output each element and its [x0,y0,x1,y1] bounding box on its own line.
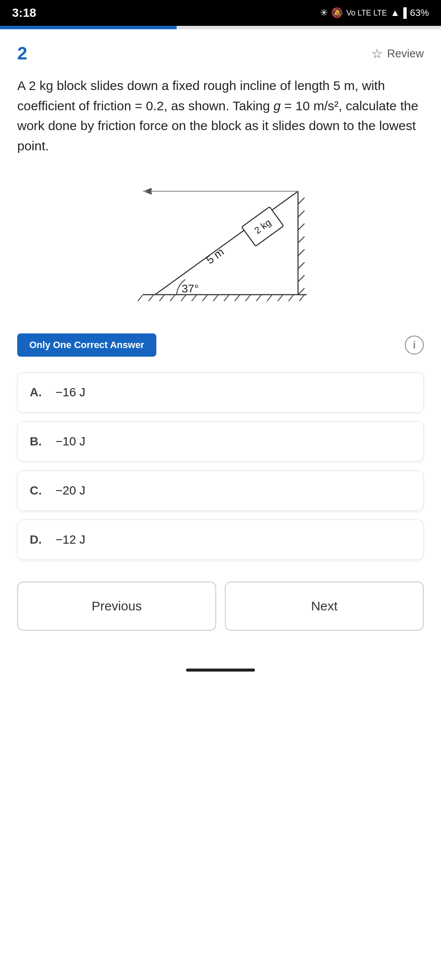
svg-line-20 [298,224,304,230]
mute-icon: 🔕 [331,7,343,19]
option-d[interactable]: D. −12 J [17,520,424,560]
svg-line-5 [181,295,186,301]
option-d-value: −12 J [56,533,85,547]
svg-line-13 [267,295,272,301]
svg-line-22 [298,249,304,256]
svg-line-2 [149,295,154,301]
battery-icon: ▌63% [403,7,429,19]
question-number: 2 [17,43,27,64]
svg-line-15 [289,295,294,301]
svg-line-25 [298,288,304,295]
option-c[interactable]: C. −20 J [17,470,424,511]
previous-button[interactable]: Previous [17,582,216,631]
info-icon-label: i [413,339,416,351]
svg-line-24 [298,275,304,282]
svg-line-10 [235,295,240,301]
svg-line-3 [159,295,165,301]
svg-line-12 [256,295,261,301]
review-label: Review [387,47,424,60]
option-d-label: D. [30,533,56,547]
options-list: A. −16 J B. −10 J C. −20 J D. −12 J [17,372,424,560]
svg-line-9 [224,295,229,301]
svg-line-26 [155,191,298,295]
diagram-container: 37° 2 kg 5 m [17,170,424,316]
star-icon: ☆ [371,46,383,61]
option-b-label: B. [30,435,56,448]
svg-line-4 [170,295,175,301]
option-c-label: C. [30,484,56,498]
info-icon[interactable]: i [405,336,424,355]
option-b-value: −10 J [56,435,85,448]
progress-bar-fill [0,26,177,29]
main-content: 2 ☆ Review A 2 kg block slides down a fi… [0,29,441,662]
review-button[interactable]: ☆ Review [371,46,424,61]
incline-diagram: 37° 2 kg 5 m [130,170,311,316]
option-b[interactable]: B. −10 J [17,421,424,462]
svg-line-1 [138,295,143,301]
option-a[interactable]: A. −16 J [17,372,424,413]
svg-line-6 [192,295,197,301]
home-bar [186,669,255,672]
svg-text:5 m: 5 m [204,245,227,267]
signal-lte-icon: Vo LTE LTE [346,9,387,18]
svg-line-19 [298,211,304,217]
svg-line-14 [278,295,283,301]
option-a-value: −16 J [56,386,85,399]
svg-line-23 [298,262,304,269]
status-time: 3:18 [12,6,36,20]
next-button[interactable]: Next [225,582,424,631]
signal-strength-icon: ▲ [391,7,400,19]
home-indicator [0,662,441,676]
option-a-label: A. [30,386,56,399]
question-text: A 2 kg block slides down a fixed rough i… [17,76,424,156]
progress-bar-container [0,26,441,29]
svg-line-16 [299,295,304,301]
option-c-value: −20 J [56,484,85,498]
question-header: 2 ☆ Review [17,43,424,64]
status-bar: 3:18 ✳ 🔕 Vo LTE LTE ▲ ▌63% [0,0,441,26]
svg-line-8 [213,295,218,301]
question-text-content: A 2 kg block slides down a fixed rough i… [17,78,418,153]
badge-row: Only One Correct Answer i [17,333,424,357]
svg-line-11 [245,295,251,301]
answer-type-badge: Only One Correct Answer [17,333,156,357]
nav-buttons: Previous Next [17,582,424,631]
svg-line-7 [202,295,208,301]
svg-line-18 [298,198,304,204]
status-icons: ✳ 🔕 Vo LTE LTE ▲ ▌63% [320,7,429,19]
svg-text:37°: 37° [182,282,199,295]
bluetooth-icon: ✳ [320,7,328,19]
svg-line-21 [298,236,304,243]
